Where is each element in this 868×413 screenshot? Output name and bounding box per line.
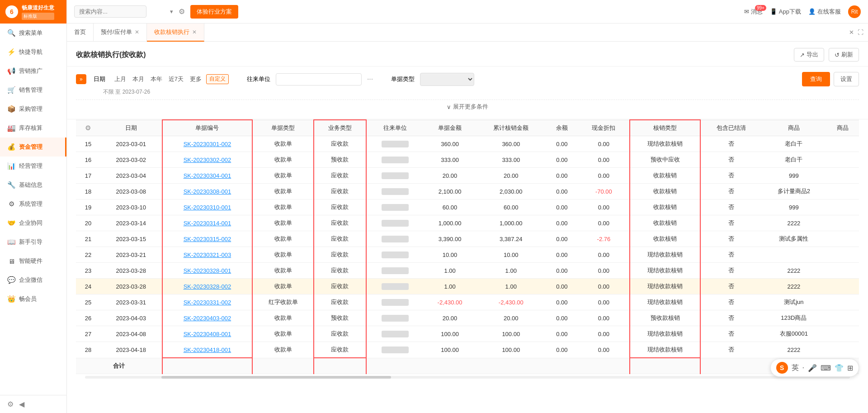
filter-date-more[interactable]: 更多: [188, 74, 203, 84]
sidebar-item-operation[interactable]: 📊经营管理: [0, 157, 66, 176]
service-icon: 👤: [808, 8, 816, 15]
floating-icon-1[interactable]: 英: [792, 363, 799, 373]
sidebar-footer[interactable]: ⚙ ◀: [0, 395, 66, 413]
industry-solution-button[interactable]: 体验行业方案: [190, 5, 238, 19]
user-avatar[interactable]: Rit: [848, 5, 861, 18]
tab-collection-close[interactable]: ✕: [192, 29, 197, 35]
sidebar-item-inventory[interactable]: 🏭库存核算: [0, 119, 66, 138]
cell-goods1: 测试jun: [761, 294, 826, 310]
sidebar-item-wechat[interactable]: 💬企业微信: [0, 271, 66, 290]
filter-action-buttons: 查询 设置: [802, 72, 859, 86]
sidebar-item-purchase[interactable]: 📦采购管理: [0, 100, 66, 119]
tab-home[interactable]: 首页: [67, 24, 94, 42]
filter-date-this-month[interactable]: 本月: [131, 74, 146, 84]
cell-cum-cancel: -2,430.00: [476, 294, 546, 310]
collapse-icon[interactable]: ◀: [19, 400, 24, 408]
floating-s-logo[interactable]: S: [776, 362, 788, 374]
sidebar-item-finance[interactable]: 💰资金管理: [0, 138, 66, 157]
app-download-button[interactable]: 📱 App下载: [770, 8, 801, 16]
table-row: 21 2023-03-15 SK-20230315-002 收款单 应收款 3,…: [76, 231, 859, 247]
sidebar-item-sales[interactable]: 🛒销售管理: [0, 81, 66, 100]
cell-cash-discount: 0.00: [578, 263, 630, 279]
page-header: 收款核销执行(按收款) ↗ 导出 ↺ 刷新: [67, 42, 868, 66]
filter-date-custom[interactable]: 自定义: [206, 74, 229, 84]
filter-date-7days[interactable]: 近7天: [167, 74, 185, 84]
cell-has-cleared: 否: [700, 152, 761, 168]
cell-bill-no: SK-20230302-002: [162, 152, 252, 168]
cell-goods2: [826, 310, 859, 326]
tab-prepay[interactable]: 预付/应付单 ✕: [94, 24, 147, 42]
cell-goods1: 老白干: [761, 152, 826, 168]
filter-expand-button[interactable]: »: [76, 74, 86, 84]
cell-amount: 60.00: [423, 199, 476, 215]
filter-dots[interactable]: ···: [367, 75, 373, 83]
cell-no: 24: [76, 279, 100, 294]
query-button[interactable]: 查询: [802, 72, 830, 86]
export-icon: ↗: [800, 52, 805, 58]
sidebar-item-label: 畅会员: [19, 295, 37, 303]
settings-footer-icon[interactable]: ⚙: [7, 400, 14, 408]
horizontal-scrollbar[interactable]: [85, 376, 850, 379]
cell-cancel-type: 预收款核销: [630, 310, 700, 326]
sidebar-item-guide[interactable]: 📖新手引导: [0, 233, 66, 252]
cell-goods2: [826, 136, 859, 152]
sidebar-item-member[interactable]: 👑畅会员: [0, 290, 66, 309]
cell-partner: [366, 342, 424, 358]
th-amount: 单据金额: [423, 120, 476, 136]
cell-biz-type: 预收款: [314, 310, 366, 326]
cell-biz-type: 应收款: [314, 231, 366, 247]
topbar-search[interactable]: [74, 5, 165, 18]
sidebar-item-marketing[interactable]: 📢营销推广: [0, 62, 66, 81]
cell-cash-discount: 0.00: [578, 168, 630, 184]
floating-icon-keyboard[interactable]: ⌨: [821, 364, 831, 372]
cell-goods1: 2222: [761, 263, 826, 279]
cell-date: 2023-03-01: [100, 136, 162, 152]
cell-bill-type: 收款单: [252, 184, 314, 199]
cell-has-cleared: 否: [700, 247, 761, 263]
cell-cum-cancel: 20.00: [476, 168, 546, 184]
table-row: 15 2023-03-01 SK-20230301-002 收款单 应收款 36…: [76, 136, 859, 152]
sidebar-item-basic[interactable]: 🔧基础信息: [0, 176, 66, 195]
filter-bill-type-select[interactable]: [420, 73, 474, 86]
refresh-button[interactable]: ↺ 刷新: [829, 48, 859, 62]
setting-button[interactable]: 设置: [834, 72, 859, 86]
online-service-button[interactable]: 👤 在线客服: [808, 8, 841, 16]
export-button[interactable]: ↗ 导出: [794, 48, 824, 62]
tab-close-all-icon[interactable]: ✕: [849, 29, 854, 36]
cell-bill-type: 收款单: [252, 310, 314, 326]
cell-goods2: [826, 199, 859, 215]
th-biz-type: 业务类型: [314, 120, 366, 136]
sidebar-item-collab[interactable]: 🤝企业协同: [0, 214, 66, 233]
cell-cum-cancel: 1,000.00: [476, 215, 546, 231]
floating-icon-mic[interactable]: 🎤: [808, 364, 817, 372]
sidebar-item-system[interactable]: ⚙系统管理: [0, 195, 66, 214]
sidebar-item-shortcut[interactable]: ⚡快捷导航: [0, 43, 66, 62]
cell-bill-type: 收款单: [252, 263, 314, 279]
topbar-dropdown-icon[interactable]: ▾: [170, 8, 173, 15]
topbar-gear-icon[interactable]: ⚙: [179, 7, 185, 16]
cell-amount: 100.00: [423, 342, 476, 358]
sidebar-item-search[interactable]: 🔍搜索菜单: [0, 24, 66, 43]
tab-prepay-close[interactable]: ✕: [135, 29, 139, 35]
filter-partner-input[interactable]: [276, 73, 362, 85]
tab-expand-icon[interactable]: ⛶: [858, 29, 863, 36]
filter-date-last-month[interactable]: 上月: [113, 74, 128, 84]
cell-goods2: [826, 263, 859, 279]
cell-balance: 0.00: [546, 326, 578, 342]
cell-biz-type: 应收款: [314, 294, 366, 310]
sidebar-item-label: 采购管理: [19, 105, 42, 113]
filter-date-this-year[interactable]: 本年: [149, 74, 164, 84]
floating-icon-2[interactable]: ·: [802, 364, 804, 372]
floating-icon-shirt[interactable]: 👕: [835, 364, 844, 372]
sales-icon: 🛒: [7, 86, 15, 94]
search-input[interactable]: [74, 5, 146, 18]
th-settings[interactable]: ⚙: [76, 120, 100, 136]
scrollbar-thumb[interactable]: [161, 376, 391, 379]
sidebar-item-label: 新手引导: [19, 238, 42, 246]
floating-icon-grid[interactable]: ⊞: [847, 364, 853, 372]
filter-expand-more-row[interactable]: ∨ 展开更多条件: [76, 100, 859, 114]
sidebar-item-hardware[interactable]: 🖥智能硬件: [0, 252, 66, 271]
cell-date: 2023-03-04: [100, 168, 162, 184]
message-button[interactable]: ✉ 消息 99+: [744, 8, 763, 16]
tab-collection[interactable]: 收款核销执行 ✕: [147, 24, 204, 42]
